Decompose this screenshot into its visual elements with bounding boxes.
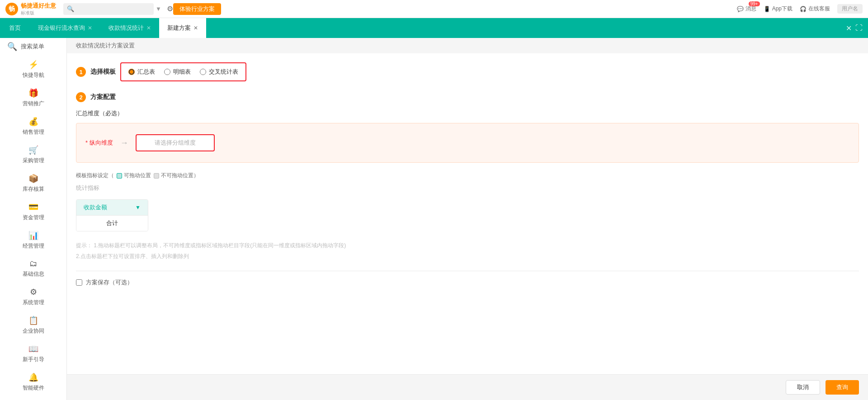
service-btn[interactable]: 🎧 在线客服 <box>800 5 830 13</box>
save-option[interactable]: 方案保存（可选） <box>76 278 859 287</box>
draggable-legend-label: 可拖动位置 <box>124 172 151 179</box>
sidebar: 🔍 搜索菜单 ⚡ 快捷导航 🎁 营销推广 💰 销售管理 🛒 采购管理 📦 <box>0 38 67 400</box>
tab-home[interactable]: 首页 <box>0 18 30 38</box>
download-btn[interactable]: 📱 App下载 <box>764 5 793 13</box>
tips-section: 提示： 1.拖动标题栏可以调整布局，不可跨维度或指标区域拖动栏目字段(只能在同一… <box>76 240 859 262</box>
service-icon: 🎧 <box>800 6 807 12</box>
sidebar-smart-hardware-label: 智能硬件 <box>23 384 44 392</box>
metrics-label: 模板指标设定（ <box>76 172 114 179</box>
save-option-label: 方案保存（可选） <box>86 278 133 287</box>
stats-label: 统计指标 <box>76 184 99 191</box>
dimension-row: * 纵向维度 → 请选择分组维度 <box>85 134 849 151</box>
sidebar-item-enterprise-wechat[interactable]: 💬 企业微信 <box>0 396 66 400</box>
tab-bank-flow-close[interactable]: ✕ <box>88 25 92 31</box>
download-icon: 📱 <box>764 6 770 12</box>
page-footer: 取消 查询 <box>67 374 868 400</box>
radio-detail-input[interactable] <box>164 69 170 75</box>
sidebar-quick-nav-label: 快捷导航 <box>23 71 44 79</box>
system-icon: ⚙ <box>30 287 37 297</box>
cancel-button[interactable]: 取消 <box>786 380 820 395</box>
sidebar-system-label: 系统管理 <box>23 299 44 306</box>
finance-icon: 💳 <box>28 202 38 212</box>
draggable-legend: 可拖动位置 <box>117 172 151 179</box>
download-label: App下载 <box>772 5 793 13</box>
config-section: 2 方案配置 汇总维度（必选） * 纵向维度 → 请选择分组维度 <box>76 92 859 262</box>
tab-collection-stats[interactable]: 收款情况统计 ✕ <box>100 18 159 38</box>
sidebar-item-search-menu[interactable]: 🔍 搜索菜单 <box>0 38 66 55</box>
tab-home-label: 首页 <box>9 24 21 32</box>
sidebar-item-operations[interactable]: 📊 经营管理 <box>0 226 66 254</box>
notification-btn[interactable]: 💬 消息 99+ <box>737 5 756 13</box>
logo-name: 畅捷通好生意 <box>21 2 56 10</box>
template-section: 1 选择模板 汇总表 明细表 <box>76 62 859 81</box>
sidebar-marketing-label: 营销推广 <box>23 100 44 108</box>
industry-btn[interactable]: 体验行业方案 <box>173 3 221 15</box>
sidebar-item-base-info[interactable]: 🗂 基础信息 <box>0 254 66 282</box>
save-checkbox[interactable] <box>76 279 82 286</box>
sidebar-item-inventory[interactable]: 📦 库存核算 <box>0 169 66 198</box>
tab-new-plan-close[interactable]: ✕ <box>193 25 198 31</box>
sidebar-item-marketing[interactable]: 🎁 营销推广 <box>0 84 66 112</box>
dimension-select[interactable]: 请选择分组维度 <box>136 134 215 151</box>
page-body: 1 选择模板 汇总表 明细表 <box>67 53 868 374</box>
radio-summary-label: 汇总表 <box>137 68 155 76</box>
step2-badge: 2 <box>76 92 86 102</box>
tabs-bar: 首页 现金银行流水查询 ✕ 收款情况统计 ✕ 新建方案 ✕ ✕ ⛶ <box>0 18 868 38</box>
tab-new-plan-label: 新建方案 <box>167 24 191 32</box>
draggable-legend-dot <box>117 173 122 179</box>
service-label: 在线客服 <box>808 5 830 13</box>
dropdown-icon[interactable]: ▼ <box>156 5 161 12</box>
sidebar-item-beginner-guide[interactable]: 📖 新手引导 <box>0 339 66 368</box>
sidebar-item-smart-hardware[interactable]: 🔔 智能硬件 <box>0 368 66 396</box>
sidebar-item-enterprise-collab[interactable]: 📋 企业协同 <box>0 311 66 339</box>
sidebar-item-sales[interactable]: 💰 销售管理 <box>0 112 66 141</box>
message-icon: 💬 <box>737 6 744 12</box>
radio-cross[interactable]: 交叉统计表 <box>200 68 238 76</box>
notification-badge: 99+ <box>749 1 760 6</box>
dimension-area: * 纵向维度 → 请选择分组维度 <box>76 123 859 163</box>
enterprise-collab-icon: 📋 <box>28 315 38 325</box>
tip-1-text: 提示： 1.拖动标题栏可以调整布局，不可跨维度或指标区域拖动栏目字段(只能在同一… <box>76 240 346 251</box>
query-button[interactable]: 查询 <box>826 380 859 395</box>
not-draggable-legend: 不可拖动位置） <box>154 172 199 179</box>
maximize-icon[interactable]: ⛶ <box>855 24 863 32</box>
tip-2: 2.点击标题栏下拉可设置排序、插入列和删除列 <box>76 251 859 262</box>
sidebar-item-finance[interactable]: 💳 资金管理 <box>0 198 66 226</box>
sidebar-item-system[interactable]: ⚙ 系统管理 <box>0 282 66 311</box>
tab-collection-stats-close[interactable]: ✕ <box>146 25 151 31</box>
metrics-col-chevron-icon: ▼ <box>135 204 141 211</box>
not-draggable-legend-dot <box>154 173 159 179</box>
gear-icon[interactable]: ⚙ <box>167 5 173 13</box>
metrics-header-row: 模板指标设定（ 可拖动位置 不可拖动位置） <box>76 172 859 179</box>
radio-detail-label: 明细表 <box>173 68 191 76</box>
sidebar-inventory-label: 库存核算 <box>23 185 44 193</box>
tab-bank-flow[interactable]: 现金银行流水查询 ✕ <box>30 18 100 38</box>
sidebar-purchase-label: 采购管理 <box>23 157 44 165</box>
sidebar-search-label: 搜索菜单 <box>21 42 44 51</box>
close-window-icon[interactable]: ✕ <box>846 24 852 33</box>
metrics-cell-total: 合计 <box>76 215 148 231</box>
step2-header: 2 方案配置 <box>76 92 859 102</box>
radio-detail[interactable]: 明细表 <box>164 68 191 76</box>
sidebar-item-quick-nav[interactable]: ⚡ 快捷导航 <box>0 55 66 84</box>
step2-title: 方案配置 <box>90 93 116 101</box>
radio-cross-input[interactable] <box>200 69 206 75</box>
metrics-col-header-label: 收款金额 <box>84 203 107 212</box>
sidebar-finance-label: 资金管理 <box>23 214 44 221</box>
tabs-right-actions: ✕ ⛶ <box>846 24 868 33</box>
sidebar-item-purchase[interactable]: 🛒 采购管理 <box>0 141 66 169</box>
search-bar[interactable]: 🔍 <box>63 3 154 15</box>
metrics-col-header[interactable]: 收款金额 ▼ <box>76 200 148 215</box>
user-info[interactable]: 用户名 <box>837 4 863 14</box>
not-draggable-legend-label: 不可拖动位置） <box>161 172 199 179</box>
main-area: 🔍 搜索菜单 ⚡ 快捷导航 🎁 营销推广 💰 销售管理 🛒 采购管理 📦 <box>0 38 868 400</box>
sidebar-sales-label: 销售管理 <box>23 128 44 136</box>
radio-summary[interactable]: 汇总表 <box>128 68 155 76</box>
tab-new-plan[interactable]: 新建方案 ✕ <box>159 18 206 38</box>
operations-icon: 📊 <box>28 231 38 240</box>
radio-cross-label: 交叉统计表 <box>209 68 238 76</box>
metrics-col-label: 统计指标 <box>76 184 859 192</box>
search-input[interactable] <box>74 6 146 12</box>
radio-summary-input[interactable] <box>128 69 135 75</box>
beginner-guide-icon: 📖 <box>28 344 38 354</box>
